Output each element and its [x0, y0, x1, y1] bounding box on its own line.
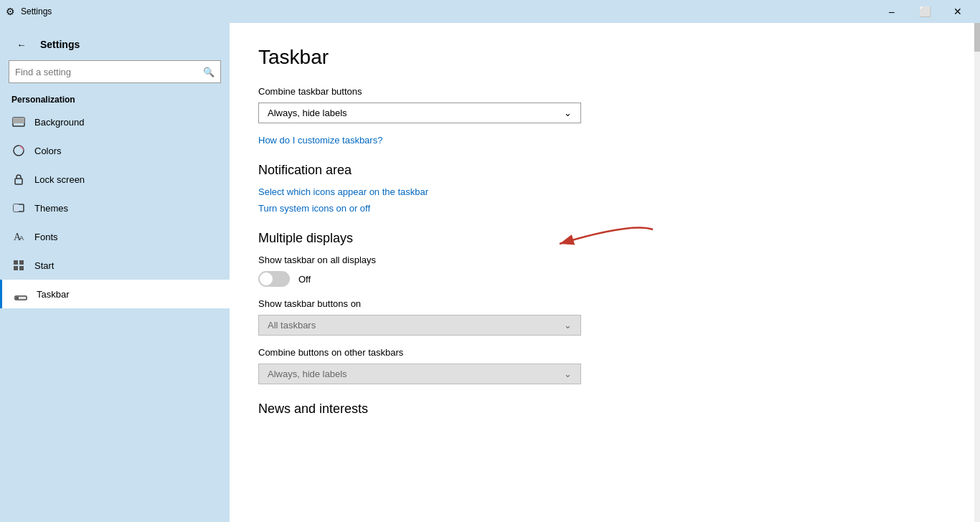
combine-taskbar-dropdown[interactable]: Always, hide labels ⌄ — [258, 103, 581, 123]
sidebar-app-title: Settings — [40, 39, 80, 50]
multiple-displays-heading: Multiple displays — [258, 231, 951, 246]
svg-rect-8 — [14, 260, 18, 265]
notification-area-heading: Notification area — [258, 163, 951, 178]
customize-taskbars-link[interactable]: How do I customize taskbars? — [258, 135, 951, 146]
background-icon — [11, 115, 26, 129]
show-taskbar-buttons-dropdown[interactable]: All taskbars ⌄ — [258, 315, 581, 336]
svg-rect-14 — [16, 297, 19, 299]
svg-rect-3 — [15, 179, 22, 184]
show-taskbar-buttons-value: All taskbars — [268, 320, 316, 331]
svg-rect-1 — [13, 118, 24, 123]
scrollbar-track[interactable] — [974, 23, 980, 522]
select-icons-link[interactable]: Select which icons appear on the taskbar — [258, 186, 951, 197]
page-title: Taskbar — [258, 46, 951, 69]
sidebar-item-label-colors: Colors — [34, 146, 62, 156]
content-area: Taskbar Combine taskbar buttons Always, … — [230, 23, 980, 522]
svg-text:A: A — [19, 234, 24, 242]
svg-rect-11 — [19, 266, 24, 270]
sidebar-item-label-taskbar: Taskbar — [37, 289, 70, 300]
combine-buttons-chevron: ⌄ — [564, 369, 572, 379]
turn-system-icons-link[interactable]: Turn system icons on or off — [258, 203, 951, 214]
minimize-button[interactable]: – — [875, 0, 908, 23]
taskbar-icon — [14, 287, 28, 301]
sidebar-item-label-start: Start — [34, 260, 54, 271]
combine-buttons-dropdown[interactable]: Always, hide labels ⌄ — [258, 364, 581, 384]
maximize-button[interactable]: ⬜ — [908, 0, 941, 23]
back-icon: ← — [17, 39, 26, 50]
combine-buttons-label: Combine buttons on other taskbars — [258, 347, 951, 358]
sidebar-item-start[interactable]: Start — [0, 251, 230, 280]
combine-taskbar-value: Always, hide labels — [268, 108, 347, 118]
colors-icon — [11, 143, 26, 158]
show-taskbar-label: Show taskbar on all displays — [258, 255, 951, 265]
sidebar-item-label-lock-screen: Lock screen — [34, 174, 85, 185]
toggle-thumb — [260, 272, 273, 285]
show-taskbar-toggle[interactable] — [258, 271, 290, 287]
show-taskbar-buttons-chevron: ⌄ — [564, 320, 572, 331]
news-and-interests-heading: News and interests — [258, 402, 951, 417]
sidebar-item-label-fonts: Fonts — [34, 232, 58, 242]
toggle-state-label: Off — [298, 274, 311, 285]
search-icon: 🔍 — [203, 67, 215, 77]
title-bar: ⚙ Settings – ⬜ ✕ — [0, 0, 980, 23]
app-title: Settings — [21, 6, 52, 16]
sidebar-item-fonts[interactable]: A A Fonts — [0, 222, 230, 251]
svg-rect-10 — [14, 266, 18, 270]
themes-icon — [11, 201, 26, 215]
show-taskbar-toggle-row: Off — [258, 271, 951, 287]
start-icon — [11, 258, 26, 272]
scrollbar-thumb[interactable] — [974, 23, 980, 52]
sidebar-item-label-themes: Themes — [34, 203, 68, 214]
search-input[interactable] — [9, 67, 197, 77]
search-box[interactable]: 🔍 — [9, 60, 221, 83]
svg-rect-5 — [14, 204, 19, 212]
window-controls: – ⬜ ✕ — [875, 0, 974, 23]
svg-rect-9 — [19, 260, 24, 265]
sidebar-item-colors[interactable]: Colors — [0, 136, 230, 165]
fonts-icon: A A — [11, 229, 26, 244]
sidebar-header: ← Settings — [0, 23, 230, 60]
sidebar-item-themes[interactable]: Themes — [0, 194, 230, 222]
settings-icon: ⚙ — [6, 6, 15, 17]
sidebar-item-taskbar[interactable]: Taskbar — [0, 280, 230, 308]
search-icon-wrap: 🔍 — [197, 60, 220, 83]
close-button[interactable]: ✕ — [941, 0, 974, 23]
lock-screen-icon — [11, 172, 26, 186]
sidebar-item-background[interactable]: Background — [0, 108, 230, 136]
combine-taskbar-label: Combine taskbar buttons — [258, 86, 951, 97]
sidebar-item-lock-screen[interactable]: Lock screen — [0, 165, 230, 194]
section-label: Personalization — [0, 89, 230, 108]
combine-taskbar-chevron: ⌄ — [564, 108, 572, 118]
sidebar: ← Settings 🔍 Personalization Background — [0, 23, 230, 522]
sidebar-item-label-background: Background — [34, 117, 84, 128]
show-taskbar-buttons-label: Show taskbar buttons on — [258, 298, 951, 309]
combine-buttons-value: Always, hide labels — [268, 369, 347, 379]
back-button[interactable]: ← — [11, 34, 32, 54]
